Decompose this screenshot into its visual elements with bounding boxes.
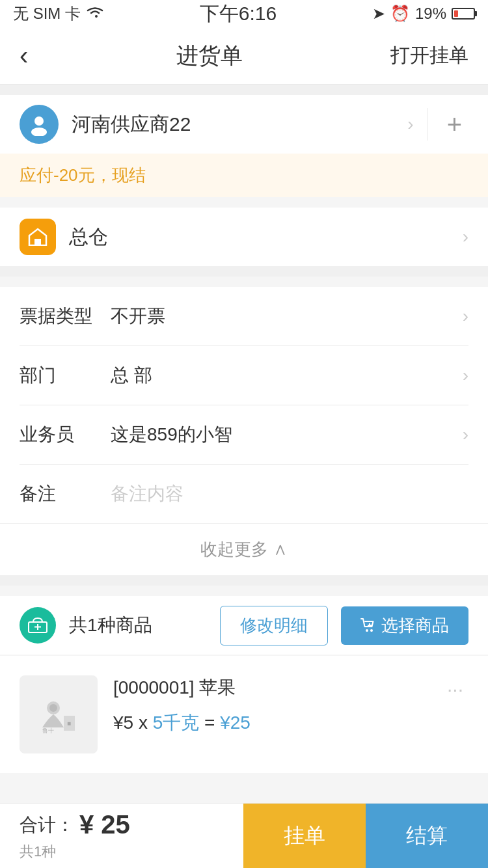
battery-percentage: 19%	[415, 5, 446, 23]
product-icon	[20, 607, 56, 644]
top-divider	[0, 85, 488, 95]
alarm-icon: ⏰	[390, 5, 410, 23]
back-button[interactable]: ‹	[20, 41, 28, 70]
warehouse-icon	[20, 219, 56, 255]
product-thumbnail: ■ 鲁十	[20, 675, 98, 753]
middle-divider1	[0, 266, 488, 277]
product-unit-price: ¥5	[113, 712, 133, 733]
status-time: 下午6:16	[200, 1, 277, 27]
dept-row[interactable]: 部门 总 部 ›	[0, 346, 488, 405]
product-code: [0000001]	[113, 677, 195, 698]
collapse-label: 收起更多 ∧	[200, 538, 287, 561]
status-bar: 无 SIM 卡 下午6:16 ➤ ⏰ 19%	[0, 0, 488, 27]
svg-point-1	[31, 128, 47, 136]
dept-chevron-icon: ›	[463, 365, 468, 386]
invoice-row[interactable]: 票据类型 不开票 ›	[0, 287, 488, 346]
supplier-section: 河南供应商22 › +	[0, 95, 488, 154]
product-title: 苹果	[199, 677, 236, 698]
product-total: ¥25	[220, 712, 251, 733]
warehouse-section: 总仓 ›	[0, 208, 488, 266]
payment-hint: 应付-20元，现结	[0, 154, 488, 197]
product-qty: 5千克	[153, 712, 200, 733]
svg-text:■: ■	[67, 720, 71, 727]
nav-bar: ‹ 进货单 打开挂单	[0, 27, 488, 85]
warehouse-name: 总仓	[69, 224, 463, 251]
sales-value: 这是859的小智	[111, 422, 463, 447]
svg-point-0	[34, 116, 44, 126]
dept-value: 总 部	[111, 363, 463, 388]
vertical-divider	[427, 108, 427, 141]
remark-label: 备注	[20, 481, 98, 506]
warehouse-row[interactable]: 总仓 ›	[20, 208, 468, 266]
product-info: [0000001] 苹果 ¥5 x 5千克 = ¥25	[113, 675, 426, 735]
form-section: 票据类型 不开票 › 部门 总 部 › 业务员 这是859的小智 › 备注 备注…	[0, 287, 488, 523]
invoice-value: 不开票	[111, 304, 463, 329]
product-item: ■ 鲁十 [0000001] 苹果 ¥5 x 5千克 = ¥25 ···	[0, 656, 488, 773]
checkout-button[interactable]: 结算	[366, 804, 488, 869]
bottom-bar: 合计： ¥ 25 共1种 挂单 结算	[0, 803, 488, 868]
supplier-chevron-icon: ›	[407, 114, 413, 135]
collapse-button[interactable]: 收起更多 ∧	[0, 523, 488, 575]
product-price-row: ¥5 x 5千克 = ¥25	[113, 711, 426, 735]
supplier-row[interactable]: 河南供应商22 ›	[20, 95, 414, 154]
invoice-chevron-icon: ›	[463, 306, 468, 327]
total-amount: ¥ 25	[79, 810, 130, 839]
sim-status: 无 SIM 卡	[13, 3, 81, 24]
add-supplier-button[interactable]: +	[441, 103, 468, 146]
remark-placeholder: 备注内容	[111, 481, 468, 506]
sales-label: 业务员	[20, 422, 98, 447]
total-sub: 共1种	[20, 842, 224, 861]
bottom-total: 合计： ¥ 25 共1种	[0, 810, 243, 861]
svg-point-8	[370, 629, 373, 632]
sales-row[interactable]: 业务员 这是859的小智 ›	[0, 405, 488, 464]
status-right: ➤ ⏰ 19%	[372, 5, 475, 23]
open-pending-button[interactable]: 打开挂单	[390, 42, 468, 69]
hang-button[interactable]: 挂单	[243, 804, 366, 869]
svg-point-7	[366, 629, 368, 632]
svg-text:鲁十: 鲁十	[42, 727, 54, 734]
supplier-name: 河南供应商22	[72, 111, 407, 138]
svg-point-12	[49, 704, 57, 712]
cart-icon	[360, 618, 376, 632]
supplier-avatar	[20, 105, 59, 144]
select-product-button[interactable]: 选择商品	[341, 606, 468, 645]
battery-icon	[452, 8, 475, 20]
invoice-label: 票据类型	[20, 304, 98, 329]
middle-divider2	[0, 575, 488, 586]
select-product-label: 选择商品	[381, 614, 449, 637]
product-thumb-icon: ■ 鲁十	[39, 695, 78, 734]
dept-label: 部门	[20, 363, 98, 388]
total-label: 合计：	[20, 813, 74, 837]
svg-rect-3	[34, 239, 41, 245]
location-icon: ➤	[372, 5, 385, 23]
remark-row[interactable]: 备注 备注内容	[0, 465, 488, 523]
edit-detail-button[interactable]: 修改明细	[220, 606, 328, 645]
product-header: 共1种商品 修改明细 选择商品	[0, 596, 488, 655]
product-more-button[interactable]: ···	[442, 675, 468, 703]
status-left: 无 SIM 卡	[13, 3, 104, 24]
warehouse-chevron-icon: ›	[463, 226, 468, 247]
product-count: 共1种商品	[69, 613, 207, 638]
wifi-icon	[86, 5, 104, 23]
page-title: 进货单	[176, 41, 243, 71]
sales-chevron-icon: ›	[463, 424, 468, 445]
product-name: [0000001] 苹果	[113, 675, 426, 700]
